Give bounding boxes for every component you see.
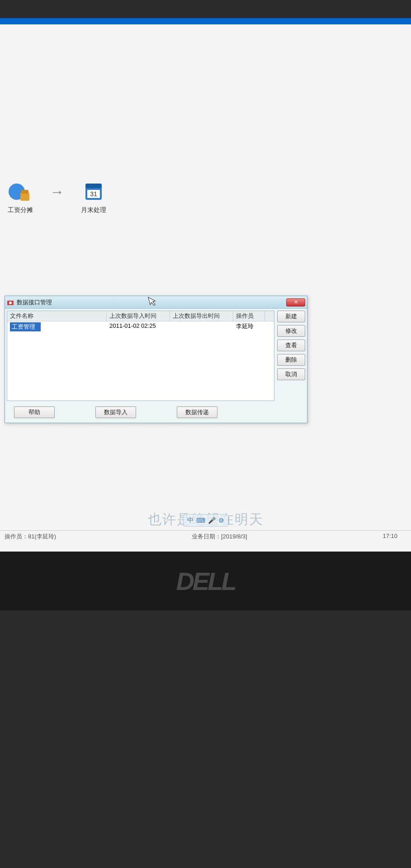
status-business-date: 业务日期：[2019/8/3]	[56, 533, 383, 541]
data-transfer-button[interactable]: 数据传递	[177, 406, 217, 418]
ime-mic-icon[interactable]: 🎤	[208, 517, 216, 524]
edit-button[interactable]: 修改	[277, 325, 305, 337]
desktop-icon-salary-allocation[interactable]: 工资分摊	[0, 178, 41, 214]
col-header-export-time[interactable]: 上次数据导出时间	[170, 311, 233, 321]
arrow-icon: →	[50, 184, 64, 200]
status-bar: 操作员：81(李延玲) 业务日期：[2019/8/3] 17:10	[0, 530, 411, 542]
col-header-operator[interactable]: 操作员	[233, 311, 265, 321]
table-header: 文件名称 上次数据导入时间 上次数据导出时间 操作员	[7, 311, 274, 321]
view-button[interactable]: 查看	[277, 340, 305, 351]
ime-settings-icon[interactable]: ⚙	[218, 517, 224, 524]
help-button[interactable]: 帮助	[14, 406, 55, 418]
data-table[interactable]: 文件名称 上次数据导入时间 上次数据导出时间 操作员 工资管理 2011-01-…	[7, 311, 274, 401]
status-time: 17:10	[383, 533, 406, 541]
calendar-icon: 31	[81, 178, 106, 203]
desktop-icons-row: 工资分摊 → 31 月末处理	[0, 178, 114, 214]
cell-import-time: 2011-01-02 02:25	[107, 321, 170, 332]
ime-keyboard-icon[interactable]: ⌨	[196, 517, 205, 524]
dell-logo: DELL	[176, 566, 235, 596]
svg-rect-4	[85, 184, 102, 188]
close-icon: ✕	[294, 299, 298, 305]
desktop-icon-label: 工资分摊	[8, 206, 33, 214]
data-import-button[interactable]: 数据导入	[95, 406, 136, 418]
ime-lang-indicator[interactable]: 中	[187, 516, 194, 524]
cell-filename: 工资管理	[10, 322, 41, 331]
desktop-icon-month-end[interactable]: 31 月末处理	[73, 178, 114, 214]
cell-export-time	[170, 321, 233, 332]
salary-allocation-icon	[8, 178, 33, 203]
desktop: 工资分摊 → 31 月末处理 数据接口管理 ✕	[0, 24, 411, 552]
dialog-titlebar[interactable]: 数据接口管理 ✕	[5, 296, 307, 309]
svg-text:31: 31	[90, 190, 97, 198]
cancel-button[interactable]: 取消	[277, 368, 305, 380]
col-header-import-time[interactable]: 上次数据导入时间	[107, 311, 170, 321]
ime-toolbar[interactable]: 中 ⌨ 🎤 ⚙	[183, 514, 228, 527]
data-interface-dialog: 数据接口管理 ✕ 文件名称 上次数据导入时间 上次数据导出时间 操作员 工资管理…	[5, 296, 307, 423]
new-button[interactable]: 新建	[277, 311, 305, 322]
svg-rect-2	[21, 190, 28, 193]
dialog-icon	[7, 299, 14, 306]
close-button[interactable]: ✕	[286, 298, 305, 307]
table-row[interactable]: 工资管理 2011-01-02 02:25 李延玲	[7, 321, 274, 332]
desktop-icon-label: 月末处理	[81, 206, 106, 214]
svg-rect-1	[20, 193, 29, 201]
dialog-footer: 帮助 数据导入 数据传递	[5, 403, 307, 423]
dialog-title: 数据接口管理	[17, 298, 286, 307]
monitor-bezel: DELL	[0, 552, 411, 610]
delete-button[interactable]: 删除	[277, 354, 305, 366]
status-operator: 操作员：81(李延玲)	[5, 533, 56, 541]
side-button-panel: 新建 修改 查看 删除 取消	[274, 311, 305, 401]
svg-point-8	[9, 302, 12, 304]
cell-operator: 李延玲	[233, 321, 265, 332]
col-header-filename[interactable]: 文件名称	[7, 311, 107, 321]
